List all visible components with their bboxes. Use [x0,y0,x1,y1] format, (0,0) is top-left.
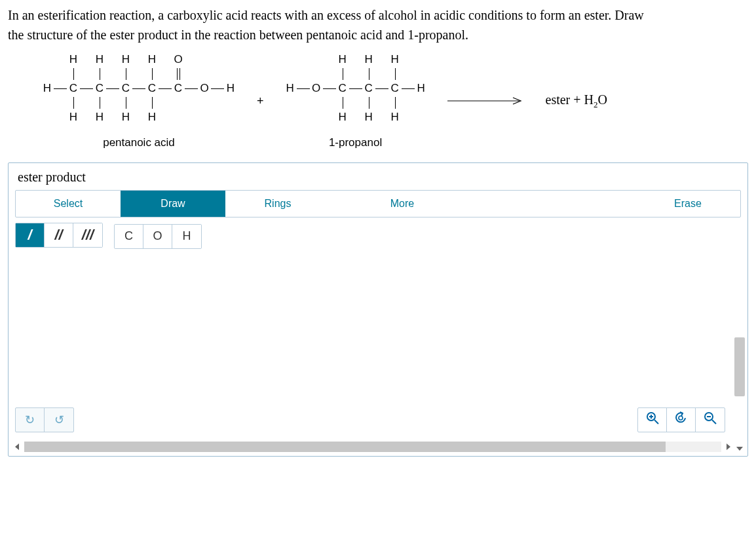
single-bond-button[interactable]: / [16,223,45,247]
reaction-scheme: H H H H O H C C C C [41,52,748,149]
atom-c-button[interactable]: C [115,225,143,248]
mode-toolbar: Select Draw Rings More Erase [15,190,741,217]
undo-icon: ↺ [54,413,64,427]
products-text: ester + H2O [546,92,607,110]
plus-sign: + [257,94,264,108]
propanol-label: 1-propanol [284,136,428,149]
reactant-pentanoic-acid: H H H H O H C C C C [41,52,237,149]
drawing-canvas[interactable] [15,255,741,452]
history-button-group: ↻ ↺ [15,407,74,432]
svg-point-5 [679,416,683,420]
question-text: In an esterification reaction, a carboxy… [8,5,748,45]
svg-line-2 [654,420,658,424]
scroll-left-arrow-icon[interactable] [15,443,19,450]
tab-rings[interactable]: Rings [225,191,330,217]
atom-h-button[interactable]: H [172,225,201,248]
bond-button-group: / // /// [15,223,103,248]
drawing-panel: ester product Select Draw Rings More Era… [8,162,748,457]
panel-title: ester product [18,170,740,185]
zoom-button-group [637,407,725,432]
svg-line-7 [712,420,716,424]
tab-more[interactable]: More [330,191,474,217]
atom-button-group: C O H [114,224,202,249]
reactant-1-propanol: H H H H O C C C H [284,52,428,149]
horizontal-scrollbar[interactable] [12,442,733,452]
redo-icon: ↻ [25,413,35,427]
reaction-arrow-icon [447,96,526,105]
undo-button[interactable]: ↺ [45,408,73,432]
double-bond-button[interactable]: // [45,223,73,247]
vertical-scrollbar-thumb[interactable] [734,337,745,396]
vertical-scrollbar[interactable] [734,200,745,436]
zoom-in-icon [645,411,660,428]
tab-erase[interactable]: Erase [635,191,740,217]
zoom-out-button[interactable] [696,408,725,432]
zoom-out-icon [703,411,717,428]
scroll-down-arrow-icon[interactable] [736,447,743,451]
draw-subtoolbar: / // /// C O H [15,223,741,255]
propanol-structure: H H H H O C C C H [284,52,428,124]
question-line-2: the structure of the ester product in th… [8,28,468,42]
tab-draw[interactable]: Draw [121,191,225,217]
tab-select[interactable]: Select [16,191,121,217]
pentanoic-acid-structure: H H H H O H C C C C [41,52,237,124]
toolbar-spacer [474,191,635,217]
pentanoic-acid-label: pentanoic acid [41,136,237,149]
triple-bond-button[interactable]: /// [73,223,102,247]
question-line-1: In an esterification reaction, a carboxy… [8,8,644,22]
atom-o-button[interactable]: O [143,225,172,248]
scroll-right-arrow-icon[interactable] [727,443,730,450]
redo-button[interactable]: ↻ [16,408,45,432]
zoom-reset-icon [674,411,689,428]
zoom-in-button[interactable] [638,408,667,432]
horizontal-scrollbar-thumb[interactable] [24,442,666,452]
zoom-reset-button[interactable] [667,408,696,432]
